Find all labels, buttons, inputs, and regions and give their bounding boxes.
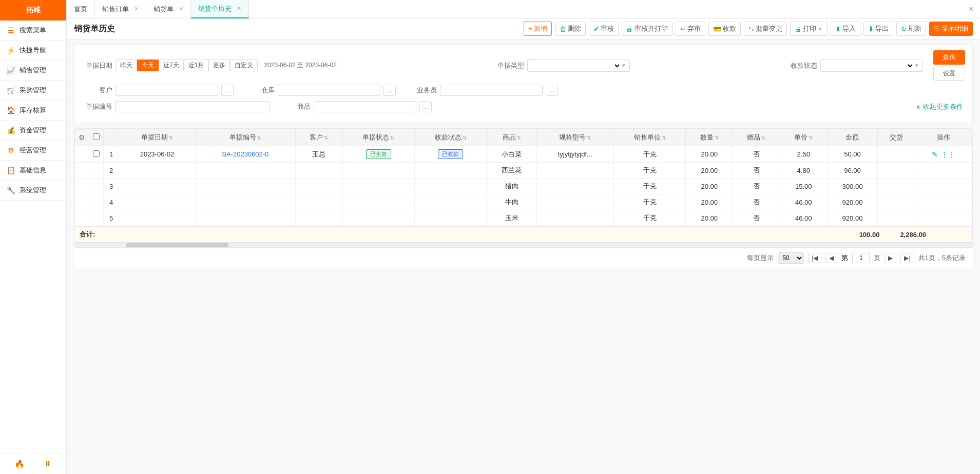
goods-input[interactable] [314,101,416,112]
col-goods[interactable]: 商品⇅ [487,129,536,146]
page-label: 页 [874,253,880,263]
abandon-button[interactable]: ↩ 弃审 [676,22,705,36]
date-tab-today[interactable]: 今天 [137,60,159,71]
collect-button[interactable]: 💳 收款 [708,22,741,36]
warehouse-ellipsis-btn[interactable]: ... [383,85,396,96]
date-tab-more[interactable]: 更多 [208,60,230,71]
page-prev-btn[interactable]: ◀ [825,253,837,263]
sidebar-item-purchase-mgmt[interactable]: 🛒 采购管理 [0,81,66,101]
collect-status-select-input[interactable] [824,62,914,70]
print-button[interactable]: 🖨 打印 ▼ [790,22,828,36]
date-tab-custom[interactable]: 自定义 [230,60,258,71]
collect-status-select[interactable]: ▼ [820,60,923,72]
cell-amount: 96.00 [827,163,878,179]
tab-sales-order-close[interactable]: ✕ [134,6,139,12]
audit-button[interactable]: ✔ 审核 [589,22,619,36]
sidebar-fire-icon[interactable]: 🔥 [14,459,25,469]
col-docnum[interactable]: 单据编号⇅ [195,129,295,146]
cell-amount: 50.00 [827,146,878,163]
date-filter-label: 单据日期 [82,61,112,70]
sidebar-item-system-mgmt[interactable]: 🔧 系统管理 [0,181,66,201]
doc-num-link[interactable]: SA-20230602-0 [222,150,268,158]
cell-date [119,179,196,194]
warehouse-input[interactable] [278,85,380,96]
page-size-select[interactable]: 50 100 200 [778,252,804,264]
col-date[interactable]: 单据日期⇅ [119,129,196,146]
show-detail-button[interactable]: ☰ 显示明细 [929,22,973,36]
cell-salesunit: 千克 [613,210,685,226]
sidebar-item-label: 系统管理 [20,186,46,195]
page-next-btn[interactable]: ▶ [885,253,896,263]
tab-sales-goods[interactable]: 销货单 ✕ [146,0,191,18]
tab-sales-history-close[interactable]: ✕ [237,5,241,12]
tab-sales-order[interactable]: 销售订单 ✕ [95,0,146,18]
col-gift[interactable]: 赠品⇅ [733,129,780,146]
col-unitprice[interactable]: 单价⇅ [780,129,827,146]
date-tab-yesterday[interactable]: 昨天 [116,60,137,71]
sidebar-item-quick-nav[interactable]: ⚡ 快捷导航 [0,41,66,61]
delete-button[interactable]: 🗑 删除 [555,22,586,36]
goods-ellipsis-btn[interactable]: ... [419,101,432,112]
customer-ellipsis-btn[interactable]: ... [221,85,234,96]
doc-num-input[interactable] [116,101,270,112]
table-settings-icon[interactable]: ⚙ [79,133,85,142]
cell-checkbox [89,194,104,210]
edit-icon[interactable]: ✎ [932,150,938,159]
sidebar-item-search-menu[interactable]: ☰ 搜索菜单 [0,21,66,41]
col-salesunit[interactable]: 销售单位⇅ [613,129,685,146]
col-docstatus[interactable]: 单据状态⇅ [342,129,414,146]
cell-checkbox [89,179,104,194]
date-tab-7days[interactable]: 近7天 [159,60,184,71]
sidebar-item-finance-mgmt[interactable]: 💰 资金管理 [0,121,66,141]
table-scrollbar[interactable] [74,242,972,247]
query-button[interactable]: 查询 [933,50,965,65]
sidebar-logo: 拓维 [0,0,66,21]
tab-sales-history[interactable]: 销货单历史 ✕ [191,0,249,18]
more-icon[interactable]: ⋮⋮ [941,150,955,159]
import-button[interactable]: ⬆ 导入 [831,22,860,36]
cell-collectstatus [414,163,486,179]
total-values: 100.00 2,286.00 [859,231,967,239]
new-button[interactable]: + 新增 [524,22,552,36]
set-button[interactable]: 设置 [933,67,965,81]
col-checkbox [89,129,104,146]
sidebar-pause-icon[interactable]: ⏸ [44,459,52,469]
collapse-conditions-btn[interactable]: ∧ 收起更多条件 [914,100,965,113]
page-number-input[interactable] [852,253,870,263]
sidebar-item-basic-info[interactable]: 📋 基础信息 [0,161,66,181]
sidebar-item-sales-mgmt[interactable]: 📈 销售管理 [0,61,66,81]
col-spectype[interactable]: 规格型号⇅ [536,129,613,146]
abandon-button-label: 弃审 [687,24,701,33]
filter-row-1: 单据日期 昨天 今天 近7天 近1月 更多 自定义 2023-06-02 至 2… [82,50,965,81]
sidebar-item-operations-mgmt[interactable]: ⚙ 经营管理 [0,141,66,161]
col-customer[interactable]: 客户⇅ [295,129,342,146]
row-checkbox[interactable] [93,150,100,157]
date-tab-1month[interactable]: 近1月 [184,60,209,71]
tab-home[interactable]: 首页 [67,0,95,18]
export-button-label: 导出 [875,24,889,33]
refresh-button[interactable]: ↻ 刷新 [896,22,926,36]
doc-type-select[interactable]: ▼ [527,60,630,72]
salesperson-input[interactable] [440,85,543,96]
import-button-label: 导入 [842,24,856,33]
col-settings[interactable]: ⚙ [75,129,89,146]
select-all-checkbox[interactable] [93,133,100,140]
table-scroll-thumb[interactable] [126,243,228,247]
col-quantity[interactable]: 数量⇅ [686,129,733,146]
date-tabs: 昨天 今天 近7天 近1月 更多 自定义 [116,60,258,71]
sidebar-item-inventory[interactable]: 🏠 库存核算 [0,101,66,121]
batch-change-button[interactable]: ⇆ 批量变更 [744,22,787,36]
sidebar-item-label: 经营管理 [20,146,46,155]
cell-collectstatus [414,179,486,194]
salesperson-ellipsis-btn[interactable]: ... [546,85,558,96]
doc-type-select-input[interactable] [531,62,621,70]
customer-input[interactable] [116,85,218,96]
page-first-btn[interactable]: |◀ [808,253,821,263]
col-collectstatus[interactable]: 收款状态⇅ [414,129,486,146]
audit-print-button[interactable]: 🖨 审核并打印 [622,22,672,36]
tab-close-all[interactable]: ✕ [962,5,980,13]
cell-goods: 玉米 [487,210,536,226]
export-button[interactable]: ⬇ 导出 [863,22,893,36]
tab-sales-goods-close[interactable]: ✕ [179,6,183,12]
page-last-btn[interactable]: ▶| [900,253,914,263]
